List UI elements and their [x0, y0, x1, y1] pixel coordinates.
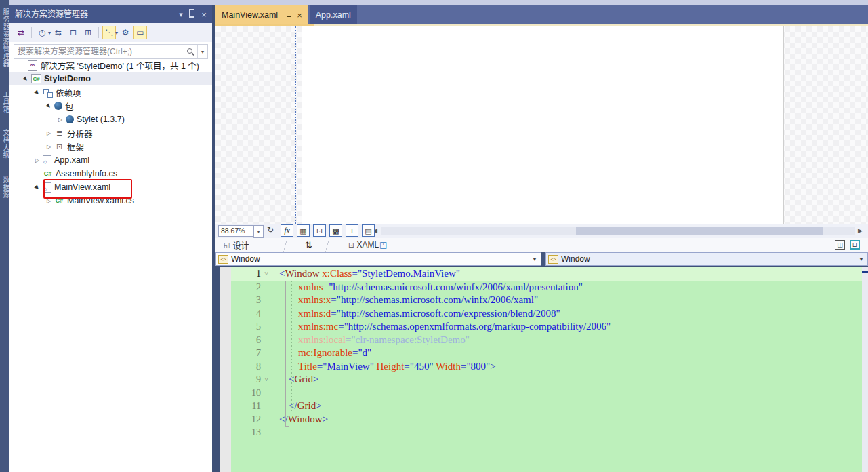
- track-active-item-icon-dropdown[interactable]: ▾: [115, 30, 118, 36]
- code-line-3[interactable]: 3xmlns:x="http://schemas.microsoft.com/w…: [231, 294, 862, 307]
- line-number: 7: [231, 347, 261, 360]
- collapsed-expander-icon[interactable]: ▷: [43, 144, 54, 150]
- vertical-split-button[interactable]: ◫: [835, 240, 845, 250]
- search-icon[interactable]: [184, 45, 197, 58]
- code-text: xmlns:mc="http://schemas.openxmlformats.…: [272, 320, 862, 334]
- left-activity-bar: 服务器资源管理器工具箱文档大纲数据源: [0, 0, 9, 472]
- snap-to-grid-icon[interactable]: ⊡: [313, 224, 326, 237]
- window-position-icon[interactable]: ▾: [175, 9, 186, 20]
- collapsed-expander-icon[interactable]: ▷: [32, 157, 43, 163]
- tree-item--[interactable]: ▶包: [9, 99, 212, 113]
- tab-label: MainView.xaml: [222, 10, 278, 20]
- nuget-package-icon: [66, 115, 74, 123]
- tab-close-icon[interactable]: ×: [297, 10, 302, 20]
- popup-xaml-window-button[interactable]: ◳: [379, 238, 387, 252]
- close-icon[interactable]: ×: [199, 9, 209, 20]
- switcher-slant-divider: [281, 238, 290, 252]
- code-line-1[interactable]: 1˅<Window x:Class="StyletDemo.MainView": [231, 267, 862, 281]
- tab-pin-icon[interactable]: [285, 11, 293, 19]
- xaml-breadcrumb-right[interactable]: <> Window ▼: [545, 252, 868, 266]
- search-box: ▾: [14, 44, 208, 59]
- editor-vscroll-track[interactable]: [862, 267, 868, 472]
- breadcrumb-dropdown-icon[interactable]: ▼: [532, 256, 537, 262]
- tree-item-app.xaml[interactable]: ▷App.xaml: [9, 153, 212, 167]
- code-line-2[interactable]: 2xmlns="http://schemas.microsoft.com/win…: [231, 281, 862, 294]
- design-view-icon: ◱: [224, 241, 230, 249]
- fold-spacer: [261, 320, 272, 334]
- zoom-level-combo[interactable]: 88.67%: [218, 225, 255, 237]
- expanded-expander-icon[interactable]: ▶: [31, 86, 43, 98]
- line-number: 12: [231, 413, 261, 427]
- code-line-7[interactable]: 7mc:Ignorable="d": [231, 347, 862, 360]
- refresh-designer-icon[interactable]: ↻: [267, 225, 274, 235]
- history-filter-icon[interactable]: ◷: [35, 26, 49, 39]
- show-all-files-icon[interactable]: ⊞: [81, 26, 95, 39]
- document-tab-app.xaml[interactable]: App.xaml: [310, 5, 357, 24]
- code-line-12[interactable]: 12</Window>: [231, 413, 862, 427]
- zoom-dropdown-icon[interactable]: ▾: [253, 225, 264, 238]
- collapsed-expander-icon[interactable]: ▷: [43, 130, 54, 136]
- show-snaplines-icon[interactable]: +: [346, 224, 358, 237]
- tree-item-assemblyinfo.cs[interactable]: AssemblyInfo.cs: [9, 167, 212, 180]
- hscroll-track[interactable]: [381, 227, 855, 235]
- code-line-5[interactable]: 5xmlns:mc="http://schemas.openxmlformats…: [231, 320, 862, 334]
- tree-item--[interactable]: ▶依赖项: [9, 85, 212, 99]
- tree-item--[interactable]: ▷分析器: [9, 126, 212, 140]
- code-text: [272, 387, 862, 400]
- history-filter-icon-dropdown[interactable]: ▾: [48, 30, 51, 36]
- popup-window-icon: ◳: [379, 240, 387, 250]
- fold-collapse-icon[interactable]: ˅: [261, 373, 272, 387]
- hscroll-right-arrow[interactable]: ▶: [858, 227, 863, 234]
- collapsed-expander-icon[interactable]: ▷: [55, 117, 66, 123]
- code-line-10[interactable]: 10: [231, 387, 862, 400]
- fold-collapse-icon[interactable]: ˅: [261, 267, 272, 281]
- line-number: 1: [231, 267, 261, 281]
- tree-item--styletdemo-1-1-[interactable]: 解决方案 'StyletDemo' (1 个项目，共 1 个): [9, 58, 212, 72]
- preview-selected-items-icon[interactable]: ▭: [133, 26, 147, 39]
- expanded-expander-icon[interactable]: ▶: [20, 73, 32, 85]
- code-text: </Window>: [272, 413, 862, 427]
- tree-item-styletdemo[interactable]: ▶StyletDemo: [9, 72, 212, 85]
- swap-panes-button[interactable]: ⇅: [305, 238, 312, 252]
- properties-icon[interactable]: ⚙: [119, 26, 132, 39]
- breadcrumb-element-label: Window: [561, 254, 590, 264]
- sync-with-active-document-icon[interactable]: ⇄: [14, 26, 28, 39]
- horizontal-split-button[interactable]: ⊟: [850, 240, 860, 250]
- search-options-dropdown-icon[interactable]: ▾: [197, 45, 207, 58]
- breadcrumb-dropdown-icon[interactable]: ▼: [859, 256, 864, 262]
- pin-icon[interactable]: [186, 9, 197, 20]
- tree-item--[interactable]: ▷框架: [9, 140, 212, 153]
- collapse-all-icon[interactable]: ⊟: [66, 26, 80, 39]
- tab-design[interactable]: ◱ 设计: [224, 238, 249, 252]
- code-line-9[interactable]: 9˅<Grid>: [231, 373, 862, 387]
- line-number: 10: [231, 387, 261, 400]
- line-number: 8: [231, 360, 261, 374]
- designer-window-artboard[interactable]: [302, 26, 784, 224]
- search-input[interactable]: [14, 45, 184, 58]
- effects-fx-toggle-icon[interactable]: fx: [281, 224, 293, 237]
- code-line-13[interactable]: 13: [231, 426, 862, 439]
- code-line-4[interactable]: 4xmlns:d="http://schemas.microsoft.com/e…: [231, 307, 862, 321]
- tab-xaml[interactable]: ⊡ XAML: [348, 238, 379, 252]
- switch-views-icon[interactable]: ⇆: [51, 26, 65, 39]
- expanded-expander-icon[interactable]: ▶: [31, 181, 43, 193]
- show-grid-icon[interactable]: ▦: [297, 224, 310, 237]
- code-line-11[interactable]: 11</Grid>: [231, 399, 862, 413]
- disable-project-code-icon[interactable]: ▤: [362, 224, 375, 237]
- xaml-design-surface[interactable]: [215, 26, 868, 224]
- breakpoint-margin[interactable]: [220, 267, 231, 472]
- code-line-6[interactable]: 6xmlns:local="clr-namespace:StyletDemo": [231, 334, 862, 347]
- toggle-artboard-background-icon[interactable]: ▩: [329, 224, 342, 237]
- expanded-expander-icon[interactable]: ▶: [43, 100, 55, 112]
- xaml-breadcrumb-left[interactable]: <> Window ▼: [215, 252, 541, 266]
- tab-label: App.xaml: [316, 10, 351, 20]
- xaml-tab-label: XAML: [356, 240, 379, 250]
- track-active-item-icon[interactable]: ⋱: [102, 26, 116, 39]
- code-line-8[interactable]: 8Title="MainView" Height="450" Width="80…: [231, 360, 862, 374]
- document-tab-mainview.xaml[interactable]: MainView.xaml×: [215, 5, 308, 24]
- line-number: 6: [231, 334, 261, 347]
- tree-item-stylet-1.3.7-[interactable]: ▷Stylet (1.3.7): [9, 113, 212, 126]
- hscroll-thumb[interactable]: [576, 227, 823, 235]
- xaml-code-editor[interactable]: 1˅<Window x:Class="StyletDemo.MainView"2…: [231, 267, 862, 472]
- red-annotation-box: [43, 179, 132, 199]
